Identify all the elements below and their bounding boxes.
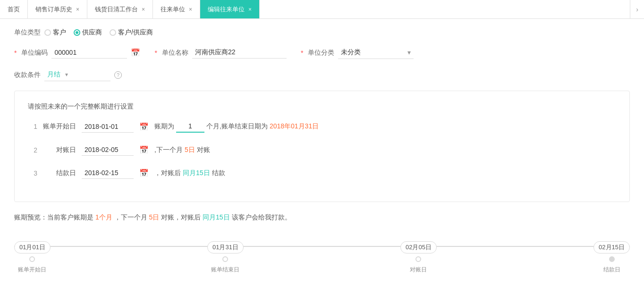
tab-cash-work-close[interactable]: × [142,6,145,13]
timeline-badge-3: 02月15日 [593,241,630,253]
timeline-point-0: 01月01日 账单开始日 [14,241,51,274]
tab-edit-partner[interactable]: 编辑往来单位 × [200,0,260,18]
row-num-1: 1 [28,123,37,130]
timeline-name-0: 账单开始日 [18,266,46,274]
start-date-input[interactable] [82,121,134,133]
radio-supplier-circle [74,29,80,36]
payment-date-input[interactable] [82,167,134,179]
preview-text: 账期预览：当前客户账期是 1个月 ，下一个月 5日 对账，对账后 同月15日 该… [14,211,630,223]
row-1-desc: 账期为 个月,账单结束日期为 2018年01月31日 [154,120,319,133]
reconcile-date-calendar-icon[interactable]: 📅 [139,145,149,154]
radio-customer-circle [44,29,51,36]
unit-category-select[interactable]: 未分类 ▾ [338,46,414,59]
unit-code-star: * [14,49,17,57]
timeline-dot-3 [609,256,615,262]
timeline-dot-2 [415,256,421,262]
radio-customer[interactable]: 客户 [44,28,66,37]
timeline-dot-1 [222,256,228,262]
row-2-desc-suffix: 对账 [197,146,210,154]
unit-name-input[interactable] [192,47,287,59]
row-1-desc-prefix: 账期为 [154,122,174,131]
preview-mid2: 对账，对账后 [161,213,201,221]
reconcile-date-input[interactable] [82,144,134,156]
radio-both-circle [110,29,116,36]
payment-row: 收款条件 月结 ▾ ? [14,68,630,81]
unit-code-input[interactable] [51,47,127,59]
timeline-badge-1: 01月31日 [207,241,244,253]
preview-prefix: 账期预览：当前客户账期是 [14,213,93,221]
unit-category-star: * [301,49,303,57]
timeline-points: 01月01日 账单开始日 01月31日 账单结束日 02月05日 对账日 02月… [14,241,630,274]
timeline-badge-2: 02月05日 [400,241,437,253]
unit-category-label: 单位分类 [308,49,334,57]
payment-select[interactable]: 月结 ▾ [44,68,110,81]
unit-info-row: * 单位编码 📅 * 单位名称 * 单位分类 未分类 ▾ [14,46,630,59]
unit-code-label: 单位编码 [21,49,48,57]
tab-home[interactable]: 首页 [0,0,28,18]
timeline-point-3: 02月15日 结款日 [593,241,630,274]
payment-date-calendar-icon[interactable]: 📅 [139,169,149,177]
setting-row-3: 3 结款日 📅 ，对账后 同月15日 结款 [28,167,616,179]
unit-name-star: * [154,49,157,57]
settings-section: 请按照未来的一个完整帐期进行设置 1 账单开始日 📅 账期为 个月,账单结束日期… [14,91,630,202]
setting-row-1: 1 账单开始日 📅 账期为 个月,账单结束日期为 2018年01月31日 [28,120,616,133]
tab-sales-history-label: 销售订单历史 [35,5,72,14]
unit-code-calendar-icon[interactable]: 📅 [131,48,140,57]
unit-category-value: 未分类 [341,48,361,57]
row-2-desc: ,下一个月 5日 对账 [154,146,210,154]
unit-name-group: * 单位名称 [154,47,286,59]
tab-partner-close[interactable]: × [189,6,192,13]
timeline-name-3: 结款日 [603,266,620,274]
tab-cash-work[interactable]: 钱货日清工作台 × [87,0,153,18]
radio-supplier[interactable]: 供应商 [74,28,102,37]
timeline-name-1: 账单结束日 [211,266,239,274]
row-label-3: 结款日 [43,169,76,177]
unit-category-dropdown-icon: ▾ [407,49,411,56]
period-input[interactable] [176,120,204,133]
preview-part1: 1个月 [95,213,112,221]
unit-type-radios: 客户 供应商 客户/供应商 [44,28,153,37]
tab-partner[interactable]: 往来单位 × [153,0,200,18]
timeline-dot-0 [29,256,35,262]
radio-both-label: 客户/供应商 [118,28,153,37]
payment-help-icon[interactable]: ? [114,71,122,79]
row-1-desc-suffix: 个月,账单结束日期为 [206,122,268,131]
row-2-desc-prefix: ,下一个月 [154,146,183,154]
preview-suffix: 该客户会给我打款。 [232,213,291,221]
row-3-highlight: 同月15日 [183,169,210,177]
timeline-point-2: 02月05日 对账日 [400,241,437,274]
tabs-bar: 首页 销售订单历史 × 钱货日清工作台 × 往来单位 × 编辑往来单位 × › [0,0,644,19]
timeline-badge-0: 01月01日 [14,241,51,253]
payment-dropdown-icon: ▾ [65,71,68,78]
timeline-point-1: 01月31日 账单结束日 [207,241,244,274]
tab-sales-history-close[interactable]: × [76,6,79,13]
tab-partner-label: 往来单位 [161,5,185,14]
row-2-highlight: 5日 [185,146,195,154]
chevron-right-icon: › [636,6,638,13]
payment-group: 收款条件 月结 ▾ ? [14,68,122,81]
timeline: 01月01日 账单开始日 01月31日 账单结束日 02月05日 对账日 02月… [14,236,630,287]
preview-part2: 5日 [149,213,159,221]
radio-supplier-label: 供应商 [82,28,102,37]
tabs-scroll-right[interactable]: › [630,0,644,18]
unit-name-label: 单位名称 [162,49,188,57]
unit-category-group: * 单位分类 未分类 ▾ [301,46,414,59]
section-title: 请按照未来的一个完整帐期进行设置 [28,102,616,111]
radio-customer-label: 客户 [53,28,66,37]
preview-part3: 同月15日 [203,213,230,221]
tab-edit-partner-label: 编辑往来单位 [208,5,245,14]
radio-both[interactable]: 客户/供应商 [110,28,153,37]
start-date-calendar-icon[interactable]: 📅 [139,122,149,131]
unit-code-group: * 单位编码 📅 [14,47,140,59]
setting-row-2: 2 对账日 📅 ,下一个月 5日 对账 [28,144,616,156]
tab-sales-history[interactable]: 销售订单历史 × [28,0,87,18]
timeline-name-2: 对账日 [410,266,427,274]
row-num-2: 2 [28,146,37,154]
unit-type-row: 单位类型 客户 供应商 客户/供应商 [14,28,630,37]
tab-home-label: 首页 [8,5,20,14]
preview-mid1: ，下一个月 [114,213,147,221]
row-label-2: 对账日 [43,146,76,154]
row-label-1: 账单开始日 [43,122,76,131]
tab-edit-partner-close[interactable]: × [248,6,252,13]
row-3-desc-suffix: 结款 [212,169,225,177]
